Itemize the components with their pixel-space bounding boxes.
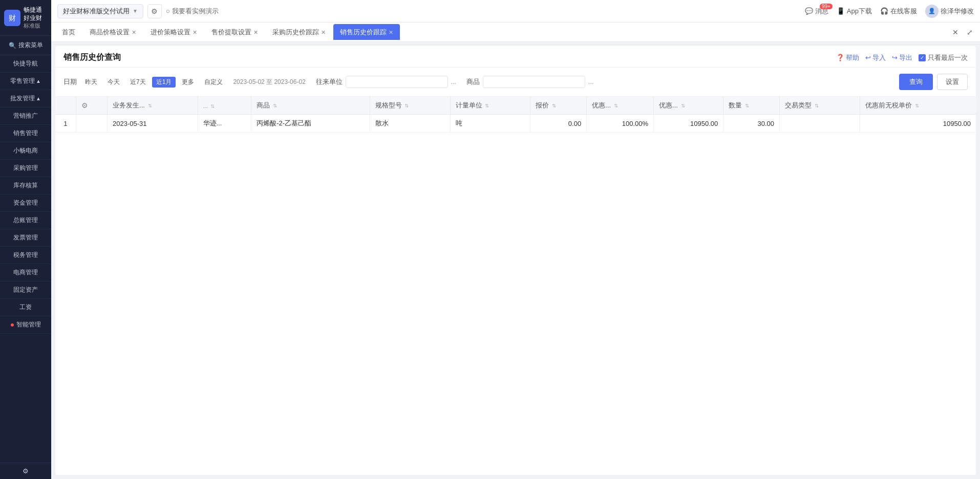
export-button[interactable]: ↪ 导出 — [892, 53, 912, 62]
product-input[interactable] — [483, 76, 585, 88]
sidebar-item-ai[interactable]: 智能管理 — [0, 316, 51, 334]
sidebar-item-marketing[interactable]: 营销推广 — [0, 107, 51, 125]
version-selector[interactable]: 好业财标准版交付试用 ▼ — [57, 4, 143, 18]
tab-close-all-button[interactable]: ✕ — [949, 26, 962, 38]
date-opt-7days[interactable]: 近7天 — [126, 77, 150, 88]
tab-home-label: 首页 — [62, 28, 75, 37]
filter-settings-button[interactable]: 设置 — [937, 74, 968, 90]
sidebar-item-ecom[interactable]: 电商管理 — [0, 264, 51, 281]
cell-quote: 0.00 — [530, 115, 587, 133]
th-qty-sort: ⇅ — [745, 103, 749, 108]
th-more1-label: ... — [203, 103, 208, 109]
th-type-sort: ⇅ — [815, 103, 819, 108]
th-discount1[interactable]: 优惠... ⇅ — [587, 97, 654, 115]
cell-pretax: 10950.00 — [860, 115, 976, 133]
date-opt-today[interactable]: 今天 — [103, 77, 124, 88]
search-icon: 🔍 — [9, 42, 16, 49]
th-discount1-sort: ⇅ — [614, 103, 618, 108]
tab-price-strategy-close[interactable]: ✕ — [193, 29, 197, 36]
message-icon: 💬 — [805, 7, 813, 15]
table-body: 1 2023-05-31 华迹... 丙烯酸-2-乙基己酯 散水 吨 0.00 … — [55, 115, 976, 133]
topbar-settings-button[interactable]: ⚙ — [147, 4, 162, 18]
tab-home[interactable]: 首页 — [55, 24, 82, 40]
export-icon: ↪ — [892, 54, 898, 61]
tab-sales-history[interactable]: 销售历史价跟踪 ✕ — [333, 24, 400, 40]
tab-price-strategy[interactable]: 进价策略设置 ✕ — [144, 24, 204, 40]
th-spec[interactable]: 规格型号 ⇅ — [370, 97, 450, 115]
logo-icon: 财 — [4, 10, 20, 26]
only-last-checkbox[interactable]: ✓ 只看最后一次 — [919, 53, 968, 62]
sidebar-item-purchase[interactable]: 采购管理 — [0, 160, 51, 177]
th-more1[interactable]: ... ⇅ — [198, 97, 251, 115]
th-unit[interactable]: 计量单位 ⇅ — [450, 97, 530, 115]
sidebar-item-finance[interactable]: 资金管理 — [0, 194, 51, 212]
inventory-label: 库存核算 — [13, 181, 38, 190]
online-service-button[interactable]: 🎧 在线客服 — [880, 7, 917, 16]
date-options: 昨天 今天 近7天 近1月 更多 自定义 — [81, 77, 227, 88]
tab-price-extract[interactable]: 售价提取设置 ✕ — [205, 24, 265, 40]
sidebar-item-invoice[interactable]: 发票管理 — [0, 229, 51, 247]
query-button[interactable]: 查询 — [899, 74, 933, 90]
import-button[interactable]: ↩ 导入 — [865, 53, 886, 62]
help-button[interactable]: ❓ 帮助 — [836, 53, 859, 62]
table-row[interactable]: 1 2023-05-31 华迹... 丙烯酸-2-乙基己酯 散水 吨 0.00 … — [55, 115, 976, 133]
sidebar-item-sales[interactable]: 销售管理 — [0, 125, 51, 142]
tab-product-price-close[interactable]: ✕ — [132, 29, 136, 36]
page-content: 销售历史价查询 ❓ 帮助 ↩ 导入 ↪ 导出 ✓ 只看最后一次 — [55, 46, 976, 475]
cell-date: 2023-05-31 — [108, 115, 198, 133]
tab-expand-button[interactable]: ⤢ — [964, 26, 976, 38]
supplier-input[interactable] — [346, 76, 448, 88]
th-pretax[interactable]: 优惠前无税单价 ⇅ — [860, 97, 976, 115]
sidebar-item-inventory[interactable]: 库存核算 — [0, 177, 51, 194]
app-download-button[interactable]: 📱 App下载 — [837, 7, 872, 16]
sidebar-item-nav[interactable]: 快捷导航 — [0, 55, 51, 73]
date-opt-custom[interactable]: 自定义 — [200, 77, 227, 88]
sidebar-item-ecom-small[interactable]: 小畅电商 — [0, 142, 51, 160]
th-discount2-sort: ⇅ — [681, 103, 685, 108]
topbar: 好业财标准版交付试用 ▼ ⚙ ○ 我要看实例演示 💬 消息 99+ 📱 App下… — [51, 0, 980, 23]
tab-product-price-label: 商品价格设置 — [90, 28, 130, 37]
sidebar-item-ledger[interactable]: 总账管理 — [0, 212, 51, 229]
tab-purchase-history[interactable]: 采购历史价跟踪 ✕ — [266, 24, 332, 40]
sidebar-item-assets[interactable]: 固定资产 — [0, 281, 51, 299]
app-sub: 标准版 — [24, 22, 47, 29]
sidebar-item-wholesale[interactable]: 批发管理 ▲ — [0, 90, 51, 107]
date-opt-more[interactable]: 更多 — [178, 77, 198, 88]
th-gear[interactable]: ⚙ — [76, 97, 108, 115]
tab-price-extract-close[interactable]: ✕ — [253, 29, 258, 36]
user-menu[interactable]: 👤 徐泽华修改 — [925, 5, 974, 18]
date-opt-yesterday[interactable]: 昨天 — [81, 77, 101, 88]
th-discount2[interactable]: 优惠... ⇅ — [654, 97, 723, 115]
product-more[interactable]: ... — [588, 78, 593, 85]
date-opt-1month[interactable]: 近1月 — [152, 77, 176, 88]
sidebar-search-menu[interactable]: 🔍 搜索菜单 — [0, 36, 51, 55]
cell-more1: 华迹... — [198, 115, 251, 133]
th-pretax-sort: ⇅ — [915, 103, 919, 108]
th-qty[interactable]: 数量 ⇅ — [723, 97, 780, 115]
sidebar-item-salary[interactable]: 工资 — [0, 299, 51, 316]
message-badge: 99+ — [820, 4, 833, 9]
user-name: 徐泽华修改 — [941, 7, 974, 16]
message-button[interactable]: 💬 消息 99+ — [805, 7, 828, 16]
date-filter-group: 日期 昨天 今天 近7天 近1月 更多 自定义 2023-05-02 至 202… — [63, 77, 306, 88]
th-product[interactable]: 商品 ⇅ — [251, 97, 370, 115]
sidebar-settings[interactable]: ⚙ — [0, 463, 51, 479]
cell-qty: 30.00 — [723, 115, 780, 133]
headset-icon: 🎧 — [880, 7, 888, 15]
supplier-more[interactable]: ... — [451, 78, 456, 85]
th-quote-sort: ⇅ — [552, 103, 556, 108]
sidebar-item-retail[interactable]: 零售管理 ▲ — [0, 73, 51, 90]
demo-button[interactable]: ○ 我要看实例演示 — [166, 7, 219, 16]
table-container: ⚙ 业务发生... ⇅ ... ⇅ 商品 ⇅ — [55, 97, 976, 475]
th-date[interactable]: 业务发生... ⇅ — [108, 97, 198, 115]
table-header-row: ⚙ 业务发生... ⇅ ... ⇅ 商品 ⇅ — [55, 97, 976, 115]
th-date-label: 业务发生... — [113, 101, 145, 109]
tab-purchase-history-close[interactable]: ✕ — [321, 29, 326, 36]
tab-product-price[interactable]: 商品价格设置 ✕ — [83, 24, 143, 40]
tab-sales-history-close[interactable]: ✕ — [389, 29, 393, 36]
page-actions: ❓ 帮助 ↩ 导入 ↪ 导出 ✓ 只看最后一次 — [836, 53, 968, 62]
th-type[interactable]: 交易类型 ⇅ — [780, 97, 860, 115]
th-quote[interactable]: 报价 ⇅ — [530, 97, 587, 115]
sidebar-item-tax[interactable]: 税务管理 — [0, 247, 51, 264]
data-table: ⚙ 业务发生... ⇅ ... ⇅ 商品 ⇅ — [55, 97, 976, 133]
